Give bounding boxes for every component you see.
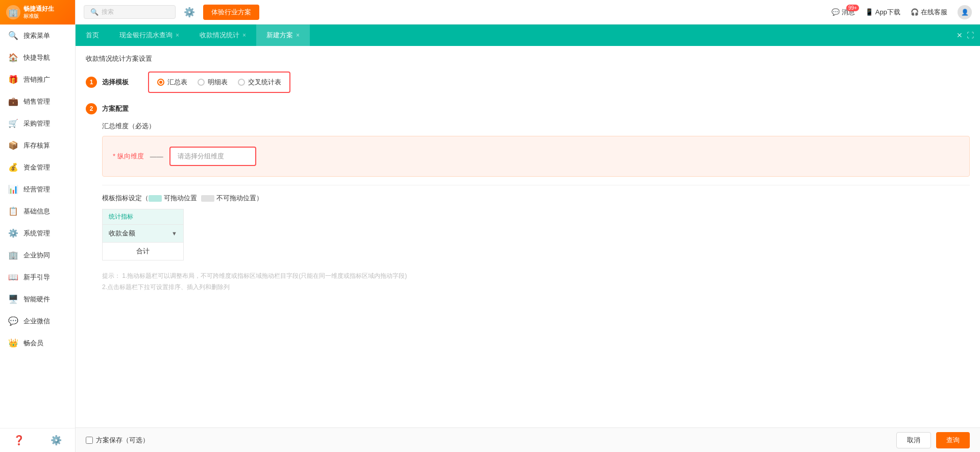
- fixed-legend-box: [201, 195, 214, 202]
- sidebar-bottom-settings[interactable]: ⚙️: [46, 433, 66, 448]
- close-new-plan-tab[interactable]: ×: [296, 32, 300, 39]
- sidebar-item-collab[interactable]: 🏢 企业协同: [0, 244, 75, 266]
- step2-num: 2: [86, 103, 97, 114]
- tabbar: 首页 现金银行流水查询 × 收款情况统计 × 新建方案 × ✕ ⛶: [76, 25, 980, 46]
- sales-icon: 💼: [8, 97, 18, 106]
- sidebar-logo: 🏢 畅捷通好生 标准版: [0, 0, 75, 25]
- basic-info-icon: 📋: [8, 206, 18, 216]
- trial-btn[interactable]: 体验行业方案: [203, 5, 259, 20]
- radio-detail-circle: [198, 79, 205, 86]
- logo-icon: 🏢: [6, 5, 20, 19]
- tab-new-plan[interactable]: 新建方案 ×: [256, 25, 310, 46]
- metrics-total: 合计: [103, 243, 183, 260]
- settings-icon: ⚙️: [51, 435, 62, 446]
- step1-num: 1: [86, 77, 97, 88]
- dimension-area: * 纵向维度 —— 请选择分组维度: [102, 136, 970, 177]
- search-menu-icon: 🔍: [8, 31, 18, 40]
- close-bank-flow-tab[interactable]: ×: [176, 32, 179, 39]
- notification-btn[interactable]: 💬 消息 99+: [831, 8, 855, 17]
- tab-home[interactable]: 首页: [76, 25, 109, 46]
- logo-text: 畅捷通好生 标准版: [23, 5, 54, 20]
- dimension-title: 汇总维度（必选）: [102, 122, 970, 131]
- content-inner: 收款情况统计方案设置 1 选择模板 汇总表: [76, 46, 980, 427]
- wechat-icon: 💬: [8, 316, 18, 326]
- step2-title: 方案配置: [102, 104, 129, 113]
- sidebar-item-system[interactable]: ⚙️ 系统管理: [0, 222, 75, 244]
- page-title: 收款情况统计方案设置: [86, 54, 970, 63]
- sidebar-item-marketing[interactable]: 🎁 营销推广: [0, 68, 75, 90]
- sidebar-item-purchase[interactable]: 🛒 采购管理: [0, 112, 75, 134]
- sidebar-item-member[interactable]: 👑 畅会员: [0, 332, 75, 354]
- online-support-btn[interactable]: 🎧 在线客服: [911, 8, 947, 17]
- settings-gear-icon[interactable]: ⚙️: [184, 7, 195, 18]
- sidebar-item-search-menu[interactable]: 🔍 搜索菜单: [0, 25, 75, 46]
- tab-bank-flow[interactable]: 现金银行流水查询 ×: [109, 25, 189, 46]
- user-avatar[interactable]: 👤: [958, 5, 972, 19]
- cancel-button[interactable]: 取消: [896, 432, 931, 448]
- step1-section: 1 选择模板 汇总表 明细表: [86, 72, 970, 93]
- sidebar-bottom: ❓ ⚙️: [0, 428, 75, 452]
- draggable-label: 可拖动位置: [164, 194, 197, 203]
- metrics-cell-amount[interactable]: 收款金额 ▼: [103, 225, 183, 243]
- template-selection: 汇总表 明细表 交叉统计表: [148, 72, 290, 93]
- search-box[interactable]: 🔍 搜索: [84, 5, 176, 19]
- avatar-icon: 👤: [961, 9, 969, 16]
- query-button[interactable]: 查询: [936, 432, 970, 448]
- sidebar-item-sales[interactable]: 💼 销售管理: [0, 90, 75, 112]
- content-area: 收款情况统计方案设置 1 选择模板 汇总表: [76, 46, 980, 427]
- dimension-select[interactable]: 请选择分组维度: [169, 147, 256, 166]
- metrics-config-title-text: 模板指标设定（: [102, 194, 149, 203]
- save-checkbox-input[interactable]: [86, 437, 93, 444]
- main-area: 🔍 搜索 ⚙️ 体验行业方案 💬 消息 99+ 📱 App下载 🎧 在线客服 👤: [76, 0, 980, 452]
- operations-icon: 📊: [8, 184, 18, 194]
- hint-1: 提示： 1.拖动标题栏可以调整布局，不可跨维度或指标区域拖动栏目字段(只能在同一…: [102, 271, 970, 282]
- step2-section: 2 方案配置 汇总维度（必选） * 纵向维度 —— 请选择分组维度: [86, 103, 970, 293]
- home-icon: 🏠: [8, 53, 18, 62]
- smart-hw-icon: 🖥️: [8, 294, 18, 304]
- metrics-header: 统计指标: [103, 209, 183, 225]
- sidebar-nav: 🔍 搜索菜单 🏠 快捷导航 🎁 营销推广 💼 销售管理 🛒 采购管理 📦 库存核…: [0, 25, 75, 428]
- metrics-table: 统计指标 收款金额 ▼ 合计: [102, 209, 184, 260]
- sidebar: 🏢 畅捷通好生 标准版 🔍 搜索菜单 🏠 快捷导航 🎁 营销推广 💼 销售管理 …: [0, 0, 76, 452]
- sidebar-item-operations[interactable]: 📊 经营管理: [0, 178, 75, 200]
- message-icon: 💬: [831, 8, 840, 16]
- radio-summary-circle: [157, 79, 164, 86]
- sidebar-item-inventory[interactable]: 📦 库存核算: [0, 134, 75, 156]
- radio-cross[interactable]: 交叉统计表: [238, 78, 281, 87]
- sidebar-item-guide[interactable]: 📖 新手引导: [0, 266, 75, 288]
- dimension-row: * 纵向维度 —— 请选择分组维度: [113, 147, 959, 166]
- save-checkbox[interactable]: 方案保存（可选）: [86, 436, 149, 445]
- help-icon: ❓: [13, 435, 24, 446]
- radio-cross-circle: [238, 79, 245, 86]
- step1-title: 选择模板: [102, 78, 129, 87]
- sidebar-bottom-help[interactable]: ❓: [9, 433, 29, 448]
- footer: 方案保存（可选） 取消 查询: [76, 427, 980, 452]
- member-icon: 👑: [8, 338, 18, 348]
- radio-detail[interactable]: 明细表: [198, 78, 228, 87]
- support-icon: 🎧: [911, 8, 919, 16]
- marketing-icon: 🎁: [8, 75, 18, 84]
- sidebar-item-basic-info[interactable]: 📋 基础信息: [0, 200, 75, 222]
- close-window-icon[interactable]: ✕: [957, 31, 963, 39]
- sidebar-item-wechat[interactable]: 💬 企业微信: [0, 310, 75, 332]
- inventory-icon: 📦: [8, 140, 18, 150]
- hint-area: 提示： 1.拖动标题栏可以调整布局，不可跨维度或指标区域拖动栏目字段(只能在同一…: [102, 271, 970, 293]
- cell-dropdown-icon[interactable]: ▼: [172, 230, 177, 236]
- divider: [102, 185, 970, 185]
- app-icon: 📱: [865, 8, 873, 16]
- sidebar-item-quick-nav[interactable]: 🏠 快捷导航: [0, 46, 75, 68]
- app-download-btn[interactable]: 📱 App下载: [865, 8, 900, 17]
- topbar-right: 💬 消息 99+ 📱 App下载 🎧 在线客服 👤: [831, 5, 972, 19]
- tab-receipt-stats[interactable]: 收款情况统计 ×: [189, 25, 256, 46]
- search-icon: 🔍: [90, 8, 99, 16]
- finance-icon: 💰: [8, 162, 18, 172]
- topbar: 🔍 搜索 ⚙️ 体验行业方案 💬 消息 99+ 📱 App下载 🎧 在线客服 👤: [76, 0, 980, 25]
- sidebar-item-finance[interactable]: 💰 资金管理: [0, 156, 75, 178]
- sidebar-item-smart-hw[interactable]: 🖥️ 智能硬件: [0, 288, 75, 310]
- guide-icon: 📖: [8, 272, 18, 282]
- radio-summary[interactable]: 汇总表: [157, 78, 187, 87]
- expand-icon[interactable]: ⛶: [967, 31, 974, 39]
- close-receipt-stats-tab[interactable]: ×: [242, 32, 246, 39]
- collab-icon: 🏢: [8, 250, 18, 260]
- arrow-icon: ——: [150, 153, 163, 160]
